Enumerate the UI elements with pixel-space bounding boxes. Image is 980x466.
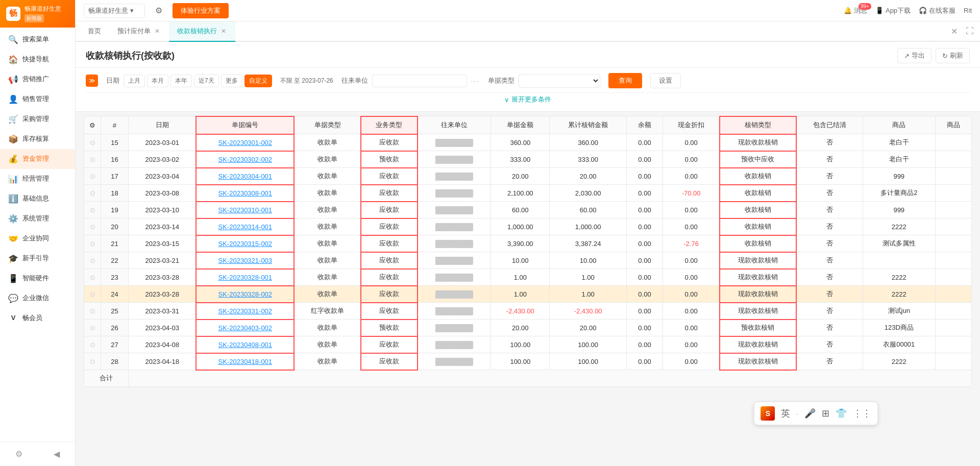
- sidebar-item-guide[interactable]: 🎓 新手引导: [0, 249, 75, 268]
- row-settings-icon[interactable]: ⊙: [90, 257, 95, 264]
- doc-no-link[interactable]: SK-20230315-002: [218, 240, 273, 248]
- doc-no-link[interactable]: SK-20230302-002: [218, 156, 273, 163]
- expand-more-btn[interactable]: ∨ 展开更多条件: [86, 92, 970, 106]
- cell-settings[interactable]: ⊙: [84, 303, 101, 320]
- row-settings-icon[interactable]: ⊙: [90, 324, 95, 332]
- row-settings-icon[interactable]: ⊙: [90, 341, 95, 349]
- sidebar-item-basic[interactable]: ℹ️ 基础信息: [0, 189, 75, 209]
- cell-settings[interactable]: ⊙: [84, 353, 101, 370]
- cell-settings[interactable]: ⊙: [84, 320, 101, 336]
- date-more-btn[interactable]: 更多: [221, 75, 242, 87]
- row-settings-icon[interactable]: ⊙: [90, 274, 95, 281]
- doc-no-link[interactable]: SK-20230328-002: [218, 290, 273, 298]
- row-settings-icon[interactable]: ⊙: [90, 307, 95, 315]
- col-header-settings[interactable]: ⚙: [84, 116, 101, 134]
- tab-receipt-exec-close[interactable]: ✕: [220, 27, 227, 36]
- sidebar-item-purchase[interactable]: 🛒 采购管理: [0, 109, 75, 129]
- cell-settings[interactable]: ⊙: [84, 202, 101, 218]
- ime-english-icon[interactable]: 英: [781, 407, 790, 420]
- sidebar-item-marketing[interactable]: 📢 营销推广: [0, 69, 75, 89]
- cell-settings[interactable]: ⊙: [84, 151, 101, 168]
- cell-settings[interactable]: ⊙: [84, 336, 101, 353]
- settings-gear-btn[interactable]: ⚙: [151, 4, 166, 17]
- doc-no-link[interactable]: SK-20230301-002: [218, 139, 273, 146]
- sidebar: 畅 畅康道好生意 标推版 🔍 搜索菜单 🏠 快捷导航 📢 营销推广 👤 销售管理…: [0, 0, 76, 466]
- date-last-month-btn[interactable]: 上月: [124, 75, 145, 87]
- row-settings-icon[interactable]: ⊙: [90, 358, 95, 365]
- tab-prepay[interactable]: 预计应付单 ✕: [109, 21, 169, 42]
- solution-button[interactable]: 体验行业方案: [173, 3, 229, 18]
- cell-settings[interactable]: ⊙: [84, 286, 101, 303]
- ime-shirt-icon[interactable]: 👕: [836, 408, 847, 419]
- doc-no-link[interactable]: SK-20230331-002: [218, 307, 273, 315]
- sidebar-item-quicknav[interactable]: 🏠 快捷导航: [0, 50, 75, 69]
- cell-settings[interactable]: ⊙: [84, 269, 101, 286]
- row-settings-icon[interactable]: ⊙: [90, 173, 95, 180]
- row-settings-icon[interactable]: ⊙: [90, 290, 95, 298]
- date-7days-btn[interactable]: 近7天: [194, 75, 219, 87]
- doc-no-link[interactable]: SK-20230304-001: [218, 173, 273, 180]
- refresh-button[interactable]: ↻ 刷新: [936, 48, 970, 63]
- sidebar-settings-btn[interactable]: ⚙: [11, 446, 27, 462]
- sidebar-item-wechat[interactable]: 💬 企业微信: [0, 288, 75, 308]
- row-settings-icon[interactable]: ⊙: [90, 240, 95, 248]
- sidebar-item-search[interactable]: 🔍 搜索菜单: [0, 30, 75, 50]
- date-this-year-btn[interactable]: 本年: [170, 75, 192, 87]
- message-btn[interactable]: 🔔 消息 99+: [844, 6, 867, 15]
- row-settings-icon[interactable]: ⊙: [90, 189, 95, 197]
- cell-settings[interactable]: ⊙: [84, 168, 101, 185]
- receipt-type-select[interactable]: [519, 74, 600, 88]
- doc-no-link[interactable]: SK-20230418-001: [218, 358, 273, 365]
- sidebar-item-member[interactable]: V 畅会员: [0, 308, 75, 328]
- date-custom-btn[interactable]: 自定义: [244, 75, 272, 87]
- row-settings-icon[interactable]: ⊙: [90, 206, 95, 214]
- tab-prepay-close[interactable]: ✕: [154, 27, 161, 36]
- cell-settings[interactable]: ⊙: [84, 252, 101, 269]
- row-settings-icon[interactable]: ⊙: [90, 223, 95, 231]
- doc-no-link[interactable]: SK-20230310-001: [218, 206, 273, 214]
- sidebar-item-system[interactable]: ⚙️ 系统管理: [0, 209, 75, 229]
- cell-settings[interactable]: ⊙: [84, 185, 101, 202]
- cell-biz-type: 应收款: [361, 202, 418, 218]
- cell-settings[interactable]: ⊙: [84, 218, 101, 235]
- doc-no-link[interactable]: SK-20230408-001: [218, 341, 273, 349]
- tab-fullscreen-btn[interactable]: ⛶: [964, 24, 976, 38]
- row-settings-icon[interactable]: ⊙: [90, 156, 95, 163]
- settings-button[interactable]: 设置: [650, 73, 681, 88]
- query-button[interactable]: 查询: [608, 73, 642, 88]
- partner-input[interactable]: [372, 75, 467, 87]
- company-dropdown[interactable]: 畅康道好生意 ▾: [84, 4, 145, 18]
- cell-write-off-amt: 100.00: [550, 336, 626, 353]
- doc-no-link[interactable]: SK-20230314-001: [218, 223, 273, 231]
- ime-apps-icon[interactable]: ⋮⋮: [853, 408, 871, 419]
- cell-settings[interactable]: ⊙: [84, 134, 101, 151]
- ime-grid-icon[interactable]: ⊞: [822, 408, 829, 419]
- cell-seq: 20: [101, 218, 129, 235]
- cell-product2: [935, 252, 971, 269]
- doc-no-link[interactable]: SK-20230328-001: [218, 274, 273, 281]
- export-button[interactable]: ↗ 导出: [897, 48, 932, 63]
- row-settings-icon[interactable]: ⊙: [90, 139, 95, 146]
- doc-no-link[interactable]: SK-20230403-002: [218, 324, 273, 332]
- cell-product: 2222: [863, 218, 935, 235]
- sidebar-item-hardware[interactable]: 📱 智能硬件: [0, 268, 75, 288]
- sidebar-item-inventory[interactable]: 📦 库存核算: [0, 129, 75, 149]
- filter-expand-btn[interactable]: ≫: [86, 75, 98, 87]
- tab-close-all-btn[interactable]: ✕: [949, 24, 960, 38]
- cell-settings[interactable]: ⊙: [84, 235, 101, 252]
- tab-receipt-exec[interactable]: 收款核销执行 ✕: [169, 21, 235, 42]
- sidebar-item-collab[interactable]: 🤝 企业协同: [0, 229, 75, 249]
- doc-no-link[interactable]: SK-20230308-001: [218, 189, 273, 197]
- sidebar-item-operation[interactable]: 📊 经营管理: [0, 169, 75, 189]
- sidebar-item-sales[interactable]: 👤 销售管理: [0, 89, 75, 109]
- ime-mic-icon[interactable]: 🎤: [804, 408, 816, 419]
- date-this-month-btn[interactable]: 本月: [147, 75, 168, 87]
- cell-partner: ████████: [418, 134, 491, 151]
- app-download-btn[interactable]: 📱 App下载: [875, 6, 911, 15]
- sidebar-collapse-btn[interactable]: ◀: [50, 446, 64, 462]
- tab-home[interactable]: 首页: [80, 21, 109, 42]
- online-service-btn[interactable]: 🎧 在线客服: [919, 6, 955, 15]
- doc-no-link[interactable]: SK-20230321-003: [218, 257, 273, 264]
- sidebar-item-finance[interactable]: 💰 资金管理: [0, 149, 75, 169]
- cell-cash-discount: 0.00: [663, 252, 720, 269]
